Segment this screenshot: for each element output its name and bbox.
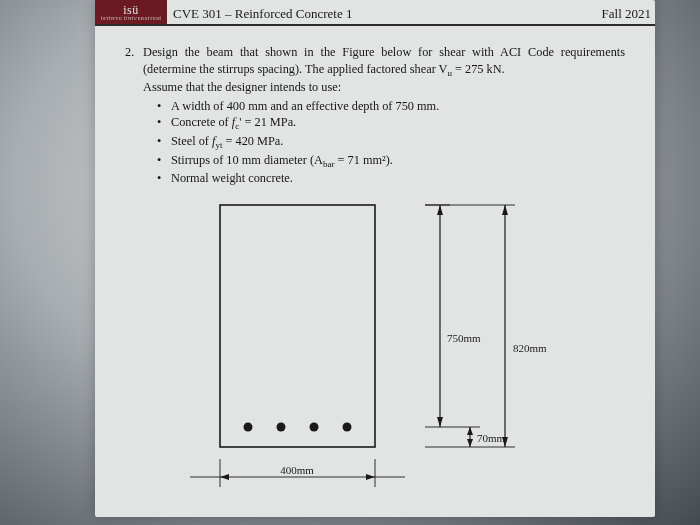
cover-dim-label: 70mm <box>477 432 506 444</box>
svg-marker-11 <box>502 205 508 215</box>
assume-line: Assume that the designer intends to use: <box>143 80 341 94</box>
term-label: Fall 2021 <box>602 0 655 24</box>
content-area: 2. Design the beam that shown in the Fig… <box>95 26 655 497</box>
svg-marker-6 <box>437 205 443 215</box>
svg-marker-3 <box>220 474 229 480</box>
page: isü İSTİNYE ÜNİVERSİTESİ CVE 301 – Reinf… <box>95 0 655 517</box>
question-lead: Design the beam that shown in the Figure… <box>143 45 625 76</box>
bullet-item: Normal weight concrete. <box>157 170 625 187</box>
question-lead2: = 275 kN. <box>452 62 505 76</box>
rebar-dot <box>310 422 319 431</box>
question-block: 2. Design the beam that shown in the Fig… <box>125 44 625 187</box>
height-dim-label: 820mm <box>513 342 547 354</box>
bullet-list: A width of 400 mm and an effective depth… <box>143 96 625 187</box>
svg-marker-17 <box>467 439 473 447</box>
bullet-item: Steel of fyt = 420 MPa. <box>157 133 625 152</box>
rebar-dot <box>277 422 286 431</box>
bullet-item: Stirrups of 10 mm diameter (Abar = 71 mm… <box>157 152 625 171</box>
figure-wrap: 400mm 750mm 820mm 70 <box>125 197 625 497</box>
course-title: CVE 301 – Reinforced Concrete 1 <box>167 0 602 24</box>
svg-marker-7 <box>437 417 443 427</box>
rebar-dot <box>343 422 352 431</box>
beam-figure: 400mm 750mm 820mm 70 <box>125 197 625 497</box>
header-bar: isü İSTİNYE ÜNİVERSİTESİ CVE 301 – Reinf… <box>95 0 655 26</box>
bullet-item: A width of 400 mm and an effective depth… <box>157 98 625 115</box>
university-logo: isü İSTİNYE ÜNİVERSİTESİ <box>95 0 167 24</box>
beam-section <box>220 205 375 447</box>
width-dim-label: 400mm <box>280 464 314 476</box>
svg-marker-4 <box>366 474 375 480</box>
logo-text: isü <box>123 4 139 16</box>
logo-subtext: İSTİNYE ÜNİVERSİTESİ <box>101 16 162 21</box>
svg-marker-16 <box>467 427 473 435</box>
question-text: Design the beam that shown in the Figure… <box>143 44 625 187</box>
rebar-dot <box>244 422 253 431</box>
bullet-item: Concrete of fc' = 21 MPa. <box>157 114 625 133</box>
depth-dim-label: 750mm <box>447 332 481 344</box>
question-number: 2. <box>125 44 143 187</box>
